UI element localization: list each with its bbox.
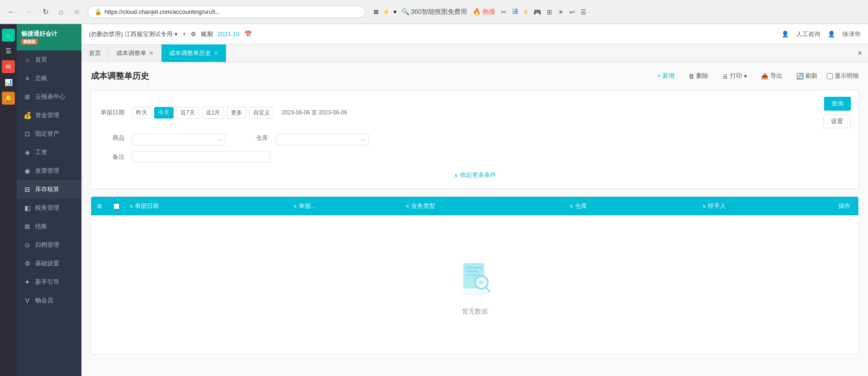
page-title: 成本调整单历史	[91, 70, 149, 81]
company-select[interactable]: (勿删勿禁用) 江西服宝测试专用 ▾	[89, 30, 178, 38]
main-area: (勿删勿禁用) 江西服宝测试专用 ▾ + ⚙ 账期 2021-10 📅 👤 人工…	[81, 24, 868, 376]
query-button[interactable]: 查询	[824, 97, 851, 111]
lock-icon: 🔒	[94, 8, 102, 15]
remark-input[interactable]	[132, 151, 271, 163]
date-btn-7days[interactable]: 近7天	[176, 107, 199, 119]
sidebar-item-archive[interactable]: ⊙ 归档管理	[17, 236, 81, 254]
filter-right-actions: 查询 设置	[823, 97, 851, 128]
collapse-button[interactable]: ∧ 收起更多条件	[451, 168, 499, 182]
close-all-tabs[interactable]: ✕	[852, 50, 868, 56]
wallet-icon[interactable]: ¥	[524, 8, 528, 16]
sidebar-item-settings[interactable]: ⚙ 基础设置	[17, 254, 81, 273]
th-warehouse[interactable]: ⇅ 仓库	[565, 202, 698, 210]
sidebar-label-settings: 基础设置	[35, 259, 59, 268]
funds-icon: 💰	[23, 112, 31, 119]
print-dropdown-icon: ▾	[744, 73, 747, 80]
table-select-all-checkbox[interactable]	[108, 203, 125, 209]
print-button[interactable]: 🖨 打印 ▾	[718, 69, 752, 82]
delete-button[interactable]: 🗑 删除	[684, 69, 713, 82]
add-company-icon[interactable]: +	[182, 31, 186, 38]
icon-bar-orange[interactable]: 🔔	[2, 92, 15, 105]
sidebar-item-tax[interactable]: ◧ 税务管理	[17, 199, 81, 217]
tab-cost-adjustment-history[interactable]: 成本调整单历史 ✕	[162, 44, 226, 62]
tab-cost-adjustment[interactable]: 成本调整单 ✕	[109, 44, 162, 62]
search-icon[interactable]: 🔍 360智能抠图免费用	[401, 8, 467, 16]
bookmark-button[interactable]: ☆	[71, 6, 83, 18]
user-name[interactable]: 徐泽华	[843, 30, 861, 38]
tab-cost-adjustment-history-close[interactable]: ✕	[214, 50, 219, 56]
hot-search-icon[interactable]: 🔥 热搜	[473, 8, 495, 16]
reload-button[interactable]: ↻	[40, 6, 51, 18]
tab-cost-adjustment-close[interactable]: ✕	[149, 50, 154, 56]
undo-icon[interactable]: ↩	[569, 8, 575, 16]
sort-icon-warehouse: ⇅	[569, 204, 573, 209]
sidebar-item-salary[interactable]: ◈ 工资	[17, 143, 81, 162]
goods-select[interactable]	[132, 134, 225, 145]
icon-bar-list[interactable]: ☰	[2, 44, 15, 57]
th-number-label: 单据...	[299, 202, 316, 210]
chevron-down-icon[interactable]: ▾	[393, 8, 397, 15]
sort-icon-number: ⇅	[293, 204, 297, 209]
sidebar-item-member[interactable]: V 畅会员	[17, 291, 81, 310]
sidebar-item-checkout[interactable]: ⊠ 结账	[17, 217, 81, 236]
lightning-icon[interactable]: ⚡	[382, 8, 390, 15]
user-avatar-icon: 👤	[828, 31, 835, 38]
th-date[interactable]: ⇅ 单据日期	[125, 202, 288, 210]
back-button[interactable]: ←	[5, 6, 18, 18]
address-bar[interactable]: 🔒 https://cloud.chanjet.com/accounting/u…	[87, 6, 365, 18]
icon-bar-chart[interactable]: 📊	[2, 76, 15, 89]
goods-filter-label: 商品	[99, 134, 125, 142]
app-wrapper: ⌂ ☰ ✉ 📊 🔔 畅捷通好会计 旗舰版 ⌂ 首页 ≡ 总账 ⊞ 云报表中心	[0, 24, 868, 376]
game-icon[interactable]: 🎮	[533, 8, 541, 16]
brightness-icon[interactable]: ☀	[558, 8, 564, 16]
th-number[interactable]: ⇅ 单据...	[288, 202, 401, 210]
date-btn-yesterday[interactable]: 昨天	[132, 107, 151, 119]
sidebar-item-ledger[interactable]: ≡ 总账	[17, 69, 81, 88]
apps-icon[interactable]: ⊞	[547, 8, 552, 16]
table-header: ⚙ ⇅ 单据日期 ⇅ 单据... ⇅ 业务类型	[91, 197, 858, 215]
sidebar-item-fixed-assets[interactable]: ⊡ 固定资产	[17, 125, 81, 143]
th-actions: 操作	[831, 202, 858, 210]
sidebar-item-inventory[interactable]: ⊟ 库存核算	[17, 180, 81, 199]
date-btn-custom[interactable]: 自定义	[249, 107, 274, 119]
settings-gear-icon[interactable]: ⚙	[191, 31, 196, 38]
show-columns-checkbox[interactable]: 显示明细	[827, 72, 859, 80]
home-button[interactable]: ⌂	[56, 6, 66, 18]
date-btn-more[interactable]: 更多	[227, 107, 246, 119]
settings-icon: ⚙	[23, 260, 31, 267]
icon-bar-home[interactable]: ⌂	[2, 29, 15, 42]
th-handler-label: 经手人	[708, 202, 726, 210]
scissors-icon[interactable]: ✂	[501, 8, 506, 16]
filter-settings-button[interactable]: 设置	[823, 114, 851, 128]
refresh-button[interactable]: 🔄 刷新	[792, 69, 822, 82]
page-actions: + 新增 🗑 删除 🖨 打印 ▾ 📤 导出 🔄	[653, 69, 859, 82]
forward-button[interactable]: →	[22, 6, 35, 18]
user-service-link[interactable]: 人工咨询	[796, 30, 820, 38]
sort-icon-date: ⇅	[129, 204, 133, 209]
select-all-input[interactable]	[113, 203, 119, 209]
sidebar-label-funds: 资金管理	[35, 111, 59, 119]
grid-icon[interactable]: ⊞	[374, 8, 379, 15]
th-type[interactable]: ⇅ 业务类型	[401, 202, 565, 210]
table-settings-icon[interactable]: ⚙	[91, 203, 108, 210]
sidebar-item-guide[interactable]: ✦ 新手引导	[17, 273, 81, 291]
show-columns-input[interactable]	[827, 73, 833, 79]
icon-bar-red[interactable]: ✉	[2, 60, 15, 73]
tab-home[interactable]: 首页	[81, 44, 109, 62]
account-period-label: 账期	[201, 30, 213, 38]
export-button[interactable]: 📤 导出	[756, 69, 787, 82]
th-handler[interactable]: ⇅ 经手人	[698, 202, 831, 210]
translate-icon[interactable]: 译	[512, 8, 518, 16]
sidebar-item-invoice[interactable]: ◉ 发票管理	[17, 162, 81, 180]
menu-icon[interactable]: ☰	[581, 8, 587, 16]
new-button[interactable]: + 新增	[653, 69, 679, 82]
date-btn-today[interactable]: 今天	[154, 107, 174, 119]
calendar-icon[interactable]: 📅	[244, 31, 252, 38]
sidebar-item-reports[interactable]: ⊞ 云报表中心	[17, 88, 81, 106]
collapse-label: 收起更多条件	[460, 171, 496, 179]
date-filter-label: 单据日期	[99, 108, 125, 117]
date-btn-1month[interactable]: 近1月	[202, 107, 225, 119]
sidebar-item-funds[interactable]: 💰 资金管理	[17, 106, 81, 125]
warehouse-select[interactable]	[275, 134, 369, 145]
sidebar-item-home[interactable]: ⌂ 首页	[17, 50, 81, 69]
